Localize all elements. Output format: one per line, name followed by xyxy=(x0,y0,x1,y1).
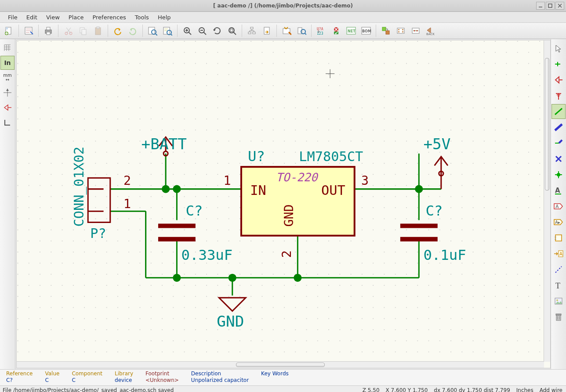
bus-direction-icon[interactable] xyxy=(0,115,15,129)
place-graphicline-icon[interactable] xyxy=(551,262,566,277)
maximize-button[interactable] xyxy=(546,2,555,10)
paste-icon[interactable] xyxy=(91,24,105,38)
info-kw-label: Key Words xyxy=(261,370,289,377)
menu-help[interactable]: Help xyxy=(153,14,175,21)
v5-label: +5V xyxy=(423,135,450,153)
place-wire-icon[interactable] xyxy=(551,104,566,119)
svg-point-138 xyxy=(556,299,558,301)
vertical-scrollbar[interactable] xyxy=(544,40,550,362)
svg-point-93 xyxy=(162,185,170,193)
minimize-button[interactable] xyxy=(536,2,545,10)
place-image-icon[interactable] xyxy=(551,294,566,309)
place-component-icon[interactable] xyxy=(551,72,566,87)
pcbnew-icon[interactable] xyxy=(409,24,423,38)
place-bus-entry-icon[interactable] xyxy=(551,136,566,151)
new-icon[interactable] xyxy=(2,24,16,38)
schematic-canvas[interactable]: CONN_01X02 P? 2 1 +BATT +5V xyxy=(16,40,551,368)
svg-text:123: 123 xyxy=(317,32,323,36)
place-globallabel-icon[interactable]: A xyxy=(551,199,566,214)
cut-icon[interactable] xyxy=(61,24,75,38)
highlight-net-icon[interactable] xyxy=(551,57,566,72)
svg-rect-38 xyxy=(230,29,233,32)
close-button[interactable] xyxy=(555,2,564,10)
svg-line-34 xyxy=(203,32,206,35)
svg-rect-60 xyxy=(398,31,399,32)
replace-icon[interactable] xyxy=(160,24,174,38)
svg-rect-40 xyxy=(248,32,251,34)
status-file: File /home/jimbo/Projects/aac-demo/_save… xyxy=(3,387,174,392)
libbrowse-icon[interactable] xyxy=(294,24,308,38)
menu-edit[interactable]: Edit xyxy=(22,14,42,21)
svg-line-37 xyxy=(233,32,236,35)
units-in-button[interactable]: In xyxy=(0,56,15,70)
cursor-shape-icon[interactable] xyxy=(0,86,15,100)
top-toolbar: U?A123 NET BOM BACK xyxy=(0,23,566,39)
erc-icon[interactable] xyxy=(329,24,343,38)
find-icon[interactable] xyxy=(145,24,160,38)
page-settings-icon[interactable] xyxy=(22,24,36,38)
menu-file[interactable]: File xyxy=(4,14,22,21)
svg-point-96 xyxy=(173,274,181,282)
svg-point-98 xyxy=(294,274,301,282)
status-zoom: Z 5.50 xyxy=(363,387,380,392)
back-import-icon[interactable]: BACK xyxy=(424,24,438,38)
footprint-icon[interactable] xyxy=(394,24,408,38)
svg-rect-55 xyxy=(382,27,386,31)
svg-rect-139 xyxy=(556,315,561,320)
conn-label: CONN_01X02 xyxy=(71,147,87,227)
place-hiersheet-icon[interactable] xyxy=(551,230,566,245)
menu-view[interactable]: View xyxy=(42,14,64,21)
svg-text:NET: NET xyxy=(348,29,356,33)
info-panel: ReferenceC? ValueC ComponentC Librarydev… xyxy=(0,369,566,385)
hierarchy-icon[interactable] xyxy=(245,24,259,38)
place-junction-icon[interactable] xyxy=(551,167,566,182)
delete-icon[interactable] xyxy=(551,309,566,324)
right-toolbar: A A A▸ A T xyxy=(551,39,566,369)
place-netlabel-icon[interactable]: A xyxy=(551,183,566,198)
svg-rect-59 xyxy=(402,29,403,30)
menu-preferences[interactable]: Preferences xyxy=(88,14,130,21)
zoom-fit-icon[interactable] xyxy=(225,24,239,38)
horizontal-scrollbar[interactable] xyxy=(17,361,544,368)
annotate-icon[interactable]: U?A123 xyxy=(314,24,328,38)
menu-tools[interactable]: Tools xyxy=(131,14,153,21)
leave-sheet-icon[interactable] xyxy=(260,24,274,38)
units-mm-button[interactable]: mm↔ xyxy=(0,71,15,85)
u-out: OUT xyxy=(321,183,345,198)
undo-icon[interactable] xyxy=(111,24,125,38)
svg-rect-20 xyxy=(97,27,99,29)
cvpcb-icon[interactable] xyxy=(379,24,393,38)
place-bus-icon[interactable] xyxy=(551,120,566,135)
status-xy: X 7.600 Y 1.750 xyxy=(386,387,428,392)
grid-toggle-icon[interactable] xyxy=(0,41,15,55)
c2-val: 0.1uF xyxy=(423,247,466,263)
redo-icon[interactable] xyxy=(126,24,140,38)
info-val-value: C xyxy=(45,377,59,384)
libedit-icon[interactable] xyxy=(279,24,294,38)
status-dxy: dx 7.600 dy 1.750 dist 7.799 xyxy=(434,387,510,392)
zoom-out-icon[interactable] xyxy=(195,24,209,38)
zoom-in-icon[interactable] xyxy=(180,24,194,38)
place-text-icon[interactable]: T xyxy=(551,278,566,293)
copy-icon[interactable] xyxy=(76,24,90,38)
hidden-pins-icon[interactable] xyxy=(0,101,15,115)
svg-rect-41 xyxy=(253,32,255,34)
u-in: IN xyxy=(250,183,266,198)
bom-icon[interactable]: BOM xyxy=(359,24,373,38)
zoom-redraw-icon[interactable] xyxy=(210,24,224,38)
svg-point-64 xyxy=(417,30,418,32)
info-comp-value: C xyxy=(72,377,102,384)
netlist-icon[interactable]: NET xyxy=(344,24,358,38)
print-icon[interactable] xyxy=(41,24,55,38)
select-tool-icon[interactable] xyxy=(551,41,566,56)
left-toolbar: In mm↔ xyxy=(0,39,15,369)
place-hierpin-icon[interactable]: A xyxy=(551,246,566,261)
menu-place[interactable]: Place xyxy=(64,14,88,21)
u-ref: U? xyxy=(248,148,265,165)
window-titlebar: [ aac-demo /] (/home/jimbo/Projects/aac-… xyxy=(0,0,566,12)
place-hierlabel-icon[interactable]: A▸ xyxy=(551,215,566,230)
place-noconnect-icon[interactable] xyxy=(551,151,566,166)
svg-text:A: A xyxy=(555,204,559,209)
info-val-label: Value xyxy=(45,370,59,377)
place-power-icon[interactable] xyxy=(551,88,566,103)
